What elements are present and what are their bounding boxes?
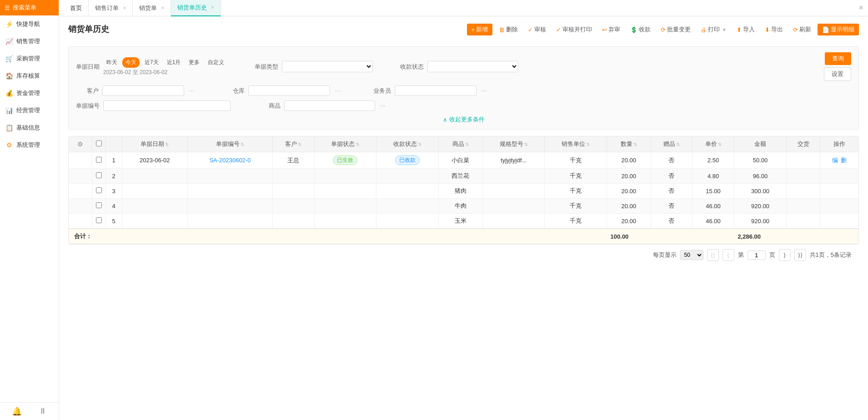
col-unit-price-header[interactable]: 单价⇅ xyxy=(692,136,734,152)
col-customer-header[interactable]: 客户⇅ xyxy=(272,136,314,152)
date-btn-today[interactable]: 今天 xyxy=(122,57,140,68)
collapse-button[interactable]: ∧ 收起更多条件 xyxy=(76,115,851,124)
salesman-dots[interactable]: ··· xyxy=(481,87,487,95)
tab-home[interactable]: 首页 xyxy=(64,0,89,16)
audit-button[interactable]: ✓ 审核 xyxy=(524,24,550,35)
prev-page-btn[interactable]: ⟨ xyxy=(722,249,734,261)
row-actions[interactable] xyxy=(820,169,858,184)
select-all-checkbox[interactable] xyxy=(96,140,102,146)
customer-sort[interactable]: 客户⇅ xyxy=(285,140,301,148)
payment-status-select[interactable] xyxy=(427,61,518,72)
sidebar-search[interactable]: ☰ 搜索菜单 xyxy=(0,0,59,15)
new-button[interactable]: + 新增 xyxy=(467,24,493,35)
docno-input[interactable] xyxy=(103,100,231,111)
col-gear[interactable]: ⚙ xyxy=(69,136,92,152)
row-actions[interactable] xyxy=(820,214,858,229)
tab-sales-order-close[interactable]: × xyxy=(123,5,126,10)
row-checkbox[interactable] xyxy=(96,157,102,163)
customer-input[interactable] xyxy=(102,85,184,96)
tab-sales-order[interactable]: 销售订单 × xyxy=(89,0,133,16)
export-button[interactable]: ⬇ 导出 xyxy=(761,24,787,35)
row-checkbox[interactable] xyxy=(96,217,102,223)
delete-button[interactable]: 🗑 删除 xyxy=(495,24,522,35)
doc-status-sort[interactable]: 单据状态⇅ xyxy=(331,140,359,148)
date-btn-7days[interactable]: 近7天 xyxy=(141,57,162,68)
doc-date-sort[interactable]: 单据日期⇅ xyxy=(140,140,169,148)
sidebar-item-system[interactable]: ⚙ 系统管理 xyxy=(0,136,59,154)
payment-status-sort[interactable]: 收款状态⇅ xyxy=(393,140,421,148)
col-spec-header[interactable]: 规格型号⇅ xyxy=(482,136,545,152)
date-btn-yesterday[interactable]: 昨天 xyxy=(103,57,120,68)
salesman-input[interactable] xyxy=(395,85,477,96)
sidebar-item-sales-mgmt[interactable]: 📈 销售管理 xyxy=(0,33,59,50)
col-gift-header[interactable]: 赠品⇅ xyxy=(651,136,692,152)
col-doc-status-header[interactable]: 单据状态⇅ xyxy=(314,136,376,152)
col-checkbox-header[interactable] xyxy=(92,136,105,152)
row-checkbox[interactable] xyxy=(96,172,102,178)
unit-price-sort[interactable]: 单价⇅ xyxy=(705,140,722,148)
row-delete-link[interactable]: 删 xyxy=(841,157,847,164)
close-all-tabs-btn[interactable]: × xyxy=(858,3,863,13)
col-unit-header[interactable]: 销售单位⇅ xyxy=(545,136,607,152)
page-number-input[interactable] xyxy=(748,250,766,260)
row-checkbox-cell[interactable] xyxy=(92,184,105,199)
row-edit-link[interactable]: 编 xyxy=(832,157,838,164)
row-checkbox[interactable] xyxy=(96,202,102,208)
next-page-btn[interactable]: ⟩ xyxy=(779,249,791,261)
sidebar-item-inventory[interactable]: 🏠 库存核算 xyxy=(0,67,59,85)
sidebar-pin-btn[interactable]: ⏸ xyxy=(39,406,47,416)
goods-sort[interactable]: 商品⇅ xyxy=(452,140,469,148)
col-payment-status-header[interactable]: 收款状态⇅ xyxy=(376,136,439,152)
customer-dots[interactable]: ··· xyxy=(189,87,195,95)
warehouse-input[interactable] xyxy=(248,85,330,96)
warehouse-dots[interactable]: ··· xyxy=(335,87,341,95)
sidebar-collapse-btn[interactable]: 🔔 xyxy=(12,406,22,416)
last-page-btn[interactable]: ⟩⟩ xyxy=(794,249,806,261)
row-actions[interactable]: 编删 xyxy=(820,152,858,169)
row-checkbox-cell[interactable] xyxy=(92,152,105,169)
goods-dots[interactable]: ··· xyxy=(380,102,386,110)
row-checkbox-cell[interactable] xyxy=(92,199,105,214)
tab-sales-history-close[interactable]: × xyxy=(211,5,214,10)
row-actions[interactable] xyxy=(820,199,858,214)
row-checkbox[interactable] xyxy=(96,187,102,193)
sidebar-item-quick-nav[interactable]: ⚡ 快捷导航 xyxy=(0,15,59,33)
goods-input[interactable] xyxy=(284,100,375,111)
tab-sales-goods[interactable]: 销货单 × xyxy=(133,0,171,16)
first-page-btn[interactable]: ⟨⟨ xyxy=(707,249,719,261)
import-button[interactable]: ⬆ 导入 xyxy=(733,24,758,35)
table-settings-icon[interactable]: ⚙ xyxy=(77,140,83,148)
discard-button[interactable]: ↩ 弃审 xyxy=(598,24,624,35)
collect-button[interactable]: 💲 收款 xyxy=(627,24,654,35)
doc-no-link[interactable]: SA-20230602-0 xyxy=(209,157,251,164)
row-checkbox-cell[interactable] xyxy=(92,169,105,184)
qty-sort[interactable]: 数量⇅ xyxy=(621,140,637,148)
date-btn-custom[interactable]: 自定义 xyxy=(205,57,227,68)
refresh-button[interactable]: ⟳ 刷新 xyxy=(789,24,815,35)
spec-sort[interactable]: 规格型号⇅ xyxy=(500,140,528,148)
date-btn-more[interactable]: 更多 xyxy=(186,57,203,68)
tab-sales-goods-close[interactable]: × xyxy=(161,5,164,10)
show-detail-button[interactable]: 📄 显示明细 xyxy=(818,24,859,35)
print-button[interactable]: 🖨 打印 ▼ xyxy=(697,24,730,35)
set-button[interactable]: 设置 xyxy=(824,67,851,81)
doc-type-select[interactable] xyxy=(282,61,373,72)
doc-no-sort[interactable]: 单据编号⇅ xyxy=(216,140,244,148)
batch-change-button[interactable]: ⟳ 批量变更 xyxy=(657,24,694,35)
gift-sort[interactable]: 赠品⇅ xyxy=(663,140,680,148)
sidebar-item-basic-info[interactable]: 📋 基础信息 xyxy=(0,119,59,136)
col-goods-header[interactable]: 商品⇅ xyxy=(438,136,482,152)
sidebar-item-purchase-mgmt[interactable]: 🛒 采购管理 xyxy=(0,50,59,67)
col-doc-date-header[interactable]: 单据日期⇅ xyxy=(122,136,187,152)
audit-print-button[interactable]: ✓ 审核并打印 xyxy=(552,24,596,35)
date-btn-1month[interactable]: 近1月 xyxy=(164,57,184,68)
page-size-select[interactable]: 50 100 200 xyxy=(680,250,703,260)
col-doc-no-header[interactable]: 单据编号⇅ xyxy=(187,136,272,152)
tab-sales-history[interactable]: 销货单历史 × xyxy=(171,0,221,16)
row-checkbox-cell[interactable] xyxy=(92,214,105,229)
query-button[interactable]: 查询 xyxy=(825,52,851,65)
sidebar-item-finance[interactable]: 💰 资金管理 xyxy=(0,85,59,102)
sidebar-item-operations[interactable]: 📊 经营管理 xyxy=(0,102,59,119)
col-qty-header[interactable]: 数量⇅ xyxy=(607,136,651,152)
row-actions[interactable] xyxy=(820,184,858,199)
